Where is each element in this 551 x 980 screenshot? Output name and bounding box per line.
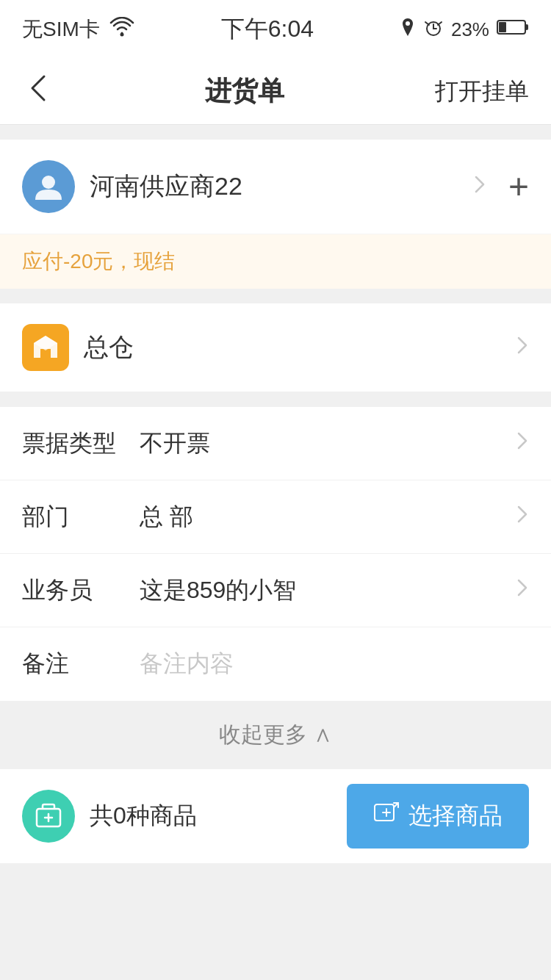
warehouse-icon <box>22 324 69 371</box>
open-pending-button[interactable]: 打开挂单 <box>435 76 529 108</box>
department-value: 总 部 <box>125 501 517 533</box>
notice-row: 应付-20元，现结 <box>0 234 551 289</box>
remark-input[interactable]: 备注内容 <box>125 648 529 680</box>
product-icon-wrap <box>22 790 75 843</box>
select-btn-icon <box>373 801 400 831</box>
location-icon <box>400 17 416 43</box>
svg-point-1 <box>406 21 410 26</box>
warehouse-arrow-icon <box>517 334 529 361</box>
page-background <box>0 863 551 980</box>
remark-label: 备注 <box>22 648 125 680</box>
supplier-name: 河南供应商22 <box>90 170 475 203</box>
collapse-text: 收起更多 ∧ <box>219 720 331 750</box>
svg-rect-5 <box>499 22 506 32</box>
salesperson-row[interactable]: 业务员 这是859的小智 <box>0 554 551 627</box>
back-button[interactable] <box>22 66 54 117</box>
wifi-icon <box>109 17 135 43</box>
status-bar: 无SIM卡 下午6:04 23% <box>0 0 551 59</box>
salesperson-value: 这是859的小智 <box>125 574 517 607</box>
battery-icon <box>497 18 529 41</box>
alarm-icon <box>423 17 444 43</box>
warehouse-row[interactable]: 总仓 <box>0 303 551 392</box>
carrier-text: 无SIM卡 <box>22 15 100 43</box>
notice-text: 应付-20元，现结 <box>22 250 175 273</box>
warehouse-name: 总仓 <box>84 331 517 364</box>
supplier-card: 河南供应商22 + 应付-20元，现结 <box>0 140 551 289</box>
department-row[interactable]: 部门 总 部 <box>0 480 551 554</box>
salesperson-arrow-icon <box>517 577 529 604</box>
department-arrow-icon <box>517 503 529 530</box>
supplier-avatar <box>22 160 75 213</box>
select-product-label: 选择商品 <box>408 800 503 832</box>
svg-point-6 <box>42 176 55 189</box>
invoice-type-label: 票据类型 <box>22 428 125 460</box>
invoice-type-arrow-icon <box>517 430 529 457</box>
remark-row[interactable]: 备注 备注内容 <box>0 627 551 701</box>
gap-2 <box>0 289 551 303</box>
status-left: 无SIM卡 <box>22 15 135 43</box>
select-product-button[interactable]: 选择商品 <box>347 784 529 849</box>
gap-1 <box>0 125 551 140</box>
svg-point-0 <box>120 32 123 36</box>
status-time: 下午6:04 <box>221 13 314 46</box>
invoice-type-value: 不开票 <box>125 428 517 460</box>
supplier-row: 河南供应商22 + <box>0 140 551 234</box>
department-label: 部门 <box>22 501 125 533</box>
invoice-type-row[interactable]: 票据类型 不开票 <box>0 407 551 480</box>
collapse-row[interactable]: 收起更多 ∧ <box>0 701 551 769</box>
nav-bar: 进货单 打开挂单 <box>0 59 551 125</box>
status-right: 23% <box>400 17 529 43</box>
battery-percent: 23% <box>451 18 489 41</box>
product-count-text: 共0种商品 <box>90 800 347 832</box>
add-supplier-button[interactable]: + <box>508 169 529 204</box>
svg-rect-4 <box>525 24 528 30</box>
salesperson-label: 业务员 <box>22 574 125 607</box>
page-title: 进货单 <box>205 73 284 109</box>
form-section: 票据类型 不开票 部门 总 部 业务员 这是859的小智 备注 备注内容 <box>0 407 551 701</box>
supplier-arrow-icon[interactable] <box>475 173 486 201</box>
bottom-bar: 共0种商品 选择商品 <box>0 769 551 863</box>
